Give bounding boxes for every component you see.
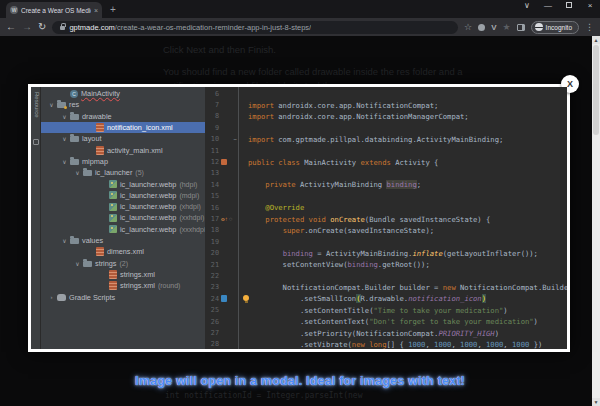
- page-scrollbar[interactable]: ▲ ▼: [592, 36, 600, 406]
- webp-icon: [109, 180, 117, 188]
- bookmark-star-icon[interactable]: ☆: [464, 22, 472, 32]
- code-line: [240, 236, 567, 247]
- extension-circle-icon[interactable]: [478, 24, 485, 31]
- tree-item: ∨mipmap: [41, 156, 205, 167]
- code-token: [248, 249, 283, 258]
- v-extension-icon[interactable]: V: [491, 23, 496, 32]
- tree-item-label: layout: [82, 134, 101, 143]
- line-number: 26: [205, 318, 219, 326]
- code-token: inflate: [412, 249, 442, 258]
- tree-item-label: dimens.xml: [107, 247, 144, 256]
- code-line: setContentView(binding.getRoot());: [240, 259, 567, 270]
- tree-item: ic_launcher.webp(xxxhdpi): [41, 224, 205, 235]
- scroll-down-button[interactable]: ▼: [592, 398, 600, 406]
- tree-item-label: ic_launcher.webp: [120, 213, 176, 222]
- code-line: import androidx.core.app.NotificationMan…: [240, 111, 567, 122]
- code-line: protected void onCreate(Bundle savedInst…: [240, 213, 567, 224]
- line-number: 14: [205, 181, 219, 189]
- xml-icon: [96, 123, 104, 132]
- tree-item: notification_icon.xml: [41, 122, 205, 133]
- forward-button[interactable]: →: [22, 18, 32, 36]
- code-token: PRIORITY_HIGH: [438, 329, 494, 338]
- code-line: private ActivityMainBinding binding;: [240, 179, 567, 190]
- secure-lock-icon[interactable]: [60, 26, 65, 30]
- browser-tab[interactable]: W Create a Wear OS Medication Re ×: [6, 2, 102, 18]
- gutter-line: 12: [205, 156, 239, 167]
- gutter-line: 27: [205, 327, 239, 338]
- chevron-down-icon: ∨: [59, 135, 70, 142]
- tree-item-note: (5): [135, 169, 144, 176]
- minimize-button[interactable]: —: [542, 1, 554, 10]
- code-token: .setPriority(NotificationCompat.: [248, 329, 438, 338]
- gutter-line: 23: [205, 282, 239, 293]
- code-token: onCreate: [330, 215, 365, 224]
- tree-item: ›Gradle Scripts: [41, 291, 205, 302]
- xml-icon: [109, 270, 117, 279]
- android-studio-screenshot: Resource CMainActivity∨res∨drawablenotif…: [31, 87, 567, 349]
- code-line: import com.gptmade.pillpal.databinding.A…: [240, 134, 567, 145]
- code-token: @Override: [265, 203, 304, 212]
- tab-search-icon[interactable]: ∨: [521, 1, 533, 10]
- class-icon: C: [70, 90, 78, 98]
- code-token: NotificationCompat.Builder(: [456, 283, 567, 292]
- gutter-line: 18: [205, 225, 239, 236]
- code-line: [240, 168, 567, 179]
- scroll-up-button[interactable]: ▲: [592, 36, 600, 44]
- tree-item-label: mipmap: [82, 157, 108, 166]
- side-panel-icon[interactable]: [517, 24, 525, 31]
- line-number: 27: [205, 329, 219, 337]
- gutter-line: 10−: [205, 134, 239, 145]
- code-line: NotificationCompat.Builder builder = new…: [240, 282, 567, 293]
- menu-dots-icon[interactable]: ⋮: [585, 22, 594, 32]
- code-line: import androidx.core.app.NotificationCom…: [240, 99, 567, 110]
- code-line: [240, 145, 567, 156]
- tree-item: ∨strings(2): [41, 258, 205, 269]
- tab-close-icon[interactable]: ×: [94, 7, 98, 14]
- folder-icon: [83, 261, 92, 267]
- resource-tool-label: Resource: [34, 92, 40, 132]
- code-token: ActivityMainBinding: [300, 180, 387, 189]
- dimmed-paragraph: You should find a new folder called draw…: [163, 66, 463, 77]
- code-token: import: [248, 135, 278, 144]
- code-token: 1000: [460, 340, 477, 349]
- back-button[interactable]: ←: [6, 18, 16, 36]
- gutter-line: 21: [205, 259, 239, 270]
- code-token: .onCreate(savedInstanceState);: [304, 226, 434, 235]
- tree-item-label: MainActivity: [81, 89, 120, 98]
- incognito-badge[interactable]: Incognito: [531, 21, 579, 34]
- code-token: binding: [283, 249, 313, 258]
- scrollbar-thumb[interactable]: [593, 45, 599, 135]
- project-tree: CMainActivity∨res∨drawablenotification_i…: [41, 87, 205, 349]
- gutter-line: 7: [205, 99, 239, 110]
- tree-item-note: (xxxhdpi): [179, 226, 205, 233]
- new-tab-button[interactable]: +: [110, 2, 116, 18]
- line-number: 19: [205, 238, 219, 246]
- code-token: "Time to take your medication": [374, 306, 504, 315]
- tree-item: ∨drawable: [41, 111, 205, 122]
- tree-item-label: notification_icon.xml: [107, 123, 173, 132]
- line-number: 22: [205, 272, 219, 280]
- chevron-right-icon: ›: [46, 294, 57, 300]
- webp-icon: [109, 225, 117, 233]
- code-line: super.onCreate(savedInstanceState);: [240, 225, 567, 236]
- code-line: .setPriority(NotificationCompat.PRIORITY…: [240, 327, 567, 338]
- code-token: }): [529, 340, 542, 349]
- tree-item: ∨ic_launcher(5): [41, 167, 205, 178]
- gutter-line: 8: [205, 111, 239, 122]
- code-token: NotificationCompat.Builder builder =: [248, 283, 443, 292]
- close-window-button[interactable]: ×: [584, 1, 596, 10]
- tree-item-note: (round): [158, 282, 181, 289]
- maximize-button[interactable]: [563, 1, 575, 10]
- chevron-down-icon: ∨: [72, 260, 83, 267]
- page-backdrop[interactable]: Click Next and then Finish. You should f…: [0, 36, 600, 406]
- code-token: 1000: [434, 340, 451, 349]
- xml-icon: [109, 281, 117, 290]
- reload-button[interactable]: ↻: [38, 18, 46, 36]
- code-token: ): [534, 317, 538, 326]
- line-number: 15: [205, 192, 219, 200]
- address-bar[interactable]: gptmade.com/create-a-wear-os-medication-…: [52, 21, 458, 34]
- tree-item: dimens.xml: [41, 246, 205, 257]
- fold-icon: −: [233, 136, 237, 142]
- star-extension-icon[interactable]: ★: [503, 22, 511, 32]
- line-number: 20: [205, 249, 219, 257]
